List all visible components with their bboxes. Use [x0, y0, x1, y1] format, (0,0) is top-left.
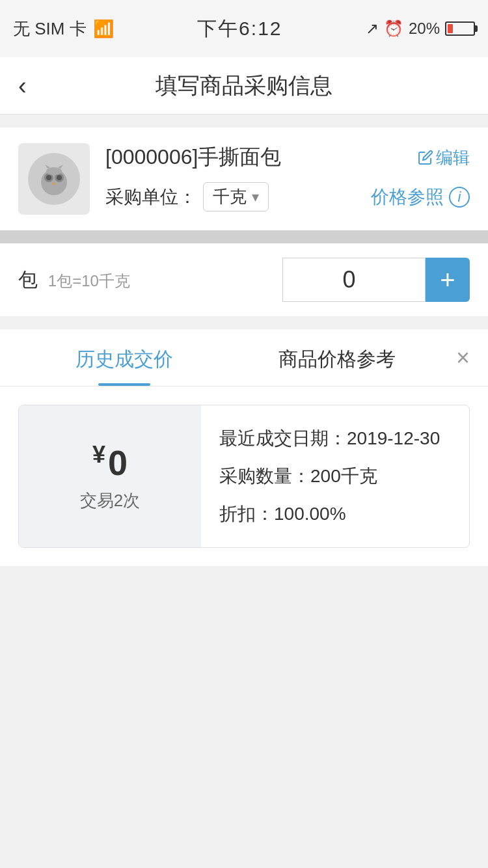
- unit-label: 采购单位：: [105, 185, 197, 210]
- svg-marker-8: [58, 165, 63, 169]
- quantity-ratio: 1包=10千克: [48, 272, 130, 290]
- product-header: [0000006]手撕面包 编辑: [105, 143, 470, 172]
- recent-date-row: 最近成交日期：2019-12-30: [219, 425, 451, 452]
- product-full-name: [0000006]手撕面包: [105, 143, 281, 172]
- svg-point-6: [46, 167, 62, 175]
- tab-close-button[interactable]: ×: [443, 333, 470, 383]
- discount-value: 100.00%: [274, 504, 346, 524]
- status-right: ↗ ⏰ 20%: [366, 20, 475, 38]
- svg-marker-7: [45, 165, 50, 169]
- unit-value: 千克: [213, 185, 247, 208]
- carrier-label: 无 SIM 卡: [13, 18, 87, 40]
- currency-symbol: ¥: [92, 441, 105, 468]
- quantity-plus-button[interactable]: +: [426, 258, 470, 302]
- back-button[interactable]: ‹: [18, 74, 27, 98]
- history-trades-count: 交易2次: [80, 489, 140, 512]
- section-divider: [0, 230, 488, 243]
- recent-date-label: 最近成交日期：: [219, 428, 347, 448]
- page-title: 填写商品采购信息: [156, 71, 332, 101]
- history-section: ¥0 交易2次 最近成交日期：2019-12-30 采购数量：200千克 折扣：…: [0, 387, 488, 566]
- unit-section: 采购单位： 千克 ▾: [105, 182, 269, 211]
- alarm-icon: ⏰: [384, 20, 403, 38]
- status-left: 无 SIM 卡 📶: [13, 18, 114, 40]
- unit-selector[interactable]: 千克 ▾: [203, 182, 269, 211]
- tabs-bar: 历史成交价 商品价格参考 ×: [0, 329, 488, 387]
- purchase-qty-value: 200千克: [310, 466, 377, 486]
- battery-percent: 20%: [409, 20, 440, 38]
- tab-history-price[interactable]: 历史成交价: [18, 329, 230, 386]
- product-unit-row: 采购单位： 千克 ▾ 价格参照 i: [105, 182, 470, 211]
- main-content-area: [0, 566, 488, 868]
- chevron-down-icon: ▾: [252, 189, 259, 206]
- product-thumbnail: [28, 153, 80, 205]
- info-icon: i: [449, 187, 470, 208]
- location-icon: ↗: [366, 20, 379, 38]
- product-card: [0000006]手撕面包 编辑 采购单位： 千克 ▾ 价格参照 i: [0, 128, 488, 230]
- recent-date-value: 2019-12-30: [347, 428, 440, 448]
- owl-icon: [34, 159, 74, 198]
- quantity-unit-label: 包: [18, 269, 38, 290]
- wifi-icon: 📶: [93, 19, 114, 39]
- quantity-controls: +: [282, 258, 470, 302]
- history-price-panel: ¥0 交易2次: [19, 405, 201, 547]
- status-bar: 无 SIM 卡 📶 下午6:12 ↗ ⏰ 20%: [0, 0, 488, 57]
- discount-label: 折扣：: [219, 504, 274, 524]
- battery-icon: [445, 21, 475, 36]
- history-card: ¥0 交易2次 最近成交日期：2019-12-30 采购数量：200千克 折扣：…: [18, 405, 470, 548]
- quantity-row: 包 1包=10千克 +: [0, 243, 488, 316]
- price-ref-button[interactable]: 价格参照 i: [371, 185, 470, 210]
- purchase-qty-label: 采购数量：: [219, 466, 310, 486]
- history-price-value: ¥0: [92, 441, 128, 483]
- nav-bar: ‹ 填写商品采购信息: [0, 57, 488, 115]
- discount-row: 折扣：100.00%: [219, 500, 451, 528]
- quantity-input[interactable]: [282, 258, 426, 302]
- edit-button[interactable]: 编辑: [418, 146, 470, 169]
- price-ref-label: 价格参照: [371, 185, 444, 210]
- history-detail-panel: 最近成交日期：2019-12-30 采购数量：200千克 折扣：100.00%: [201, 405, 469, 547]
- edit-icon: [418, 150, 433, 165]
- status-time: 下午6:12: [197, 16, 282, 42]
- edit-label: 编辑: [436, 146, 470, 169]
- product-image: [18, 143, 90, 215]
- quantity-label-section: 包 1包=10千克: [18, 267, 130, 293]
- svg-point-3: [46, 175, 51, 180]
- purchase-qty-row: 采购数量：200千克: [219, 463, 451, 490]
- tab-price-reference[interactable]: 商品价格参考: [230, 329, 442, 386]
- svg-point-4: [57, 175, 62, 180]
- product-info: [0000006]手撕面包 编辑 采购单位： 千克 ▾ 价格参照 i: [105, 143, 470, 211]
